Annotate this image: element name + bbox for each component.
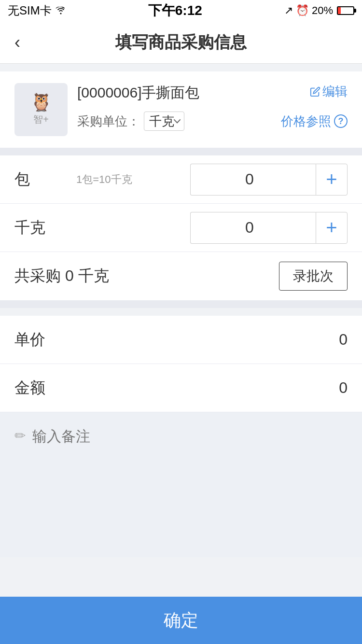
price-ref-icon: ? (334, 114, 348, 128)
quantity-label-kg: 千克 (14, 217, 72, 238)
product-image: 🦉 智+ (14, 83, 68, 136)
pencil-icon: ✏ (14, 428, 26, 444)
confirm-button[interactable]: 确定 (0, 597, 362, 644)
status-time: 下午6:12 (148, 1, 202, 20)
product-img-icon: 🦉 (30, 94, 52, 111)
product-header: [0000006]手撕面包 编辑 (77, 83, 348, 103)
page-title: 填写商品采购信息 (115, 31, 247, 54)
status-left: 无SIM卡 (8, 3, 66, 18)
status-right: ↗ ⏰ 20% (284, 4, 354, 17)
status-bar: 无SIM卡 下午6:12 ↗ ⏰ 20% (0, 0, 362, 21)
battery-percent: 20% (312, 4, 333, 17)
section-divider-2 (0, 300, 362, 308)
wifi-icon (56, 4, 66, 17)
quantity-label-bao: 包 (14, 169, 72, 190)
quantity-input-wrapper-bao: + (132, 164, 348, 196)
quantity-row-kg: 千克 + (0, 204, 362, 252)
edit-button[interactable]: 编辑 (310, 83, 348, 100)
remark-section: ✏ (0, 412, 362, 557)
quantity-plus-bao[interactable]: + (316, 164, 348, 196)
price-ref-label: 价格参照 (281, 113, 331, 130)
back-button[interactable]: ‹ (14, 32, 20, 53)
product-card: 🦉 智+ [0000006]手撕面包 编辑 采购单位： 千克 包 (0, 71, 362, 148)
quantity-input-bao[interactable] (190, 164, 316, 196)
amount-row: 金额 0 (0, 364, 362, 412)
nav-bar: ‹ 填写商品采购信息 (0, 21, 362, 64)
price-value: 0 (339, 331, 348, 349)
carrier-text: 无SIM卡 (8, 3, 52, 18)
location-icon: ↗ (284, 4, 293, 17)
price-ref-button[interactable]: 价格参照 ? (281, 113, 348, 130)
section-divider-1 (0, 148, 362, 155)
product-img-brand: 智+ (33, 113, 49, 126)
product-unit-row: 采购单位： 千克 包 价格参照 ? (77, 112, 348, 131)
unit-label: 采购单位： (77, 113, 140, 130)
summary-row: 共采购 0 千克 录批次 (0, 252, 362, 300)
quantity-row-bao: 包 1包=10千克 + (0, 155, 362, 204)
remark-input[interactable] (32, 427, 348, 494)
unit-select[interactable]: 千克 包 (144, 112, 184, 131)
price-row: 单价 0 (0, 316, 362, 364)
quantity-input-wrapper-kg: + (72, 212, 348, 244)
info-section: 单价 0 金额 0 (0, 316, 362, 412)
summary-text: 共采购 0 千克 (14, 266, 109, 287)
product-name: [0000006]手撕面包 (77, 83, 199, 103)
alarm-icon: ⏰ (296, 4, 309, 17)
quantity-input-kg[interactable] (190, 212, 316, 244)
product-info: [0000006]手撕面包 编辑 采购单位： 千克 包 价格参照 ? (77, 83, 348, 131)
input-section: 包 1包=10千克 + 千克 + 共采购 0 千克 录批次 (0, 155, 362, 300)
unit-select-wrapper: 采购单位： 千克 包 (77, 112, 184, 131)
battery-icon (337, 6, 354, 15)
batch-button[interactable]: 录批次 (279, 262, 348, 291)
quantity-plus-kg[interactable]: + (316, 212, 348, 244)
quantity-sublabel-bao: 1包=10千克 (76, 172, 132, 187)
price-label: 单价 (14, 329, 45, 350)
amount-value: 0 (339, 379, 348, 397)
amount-label: 金额 (14, 378, 45, 399)
